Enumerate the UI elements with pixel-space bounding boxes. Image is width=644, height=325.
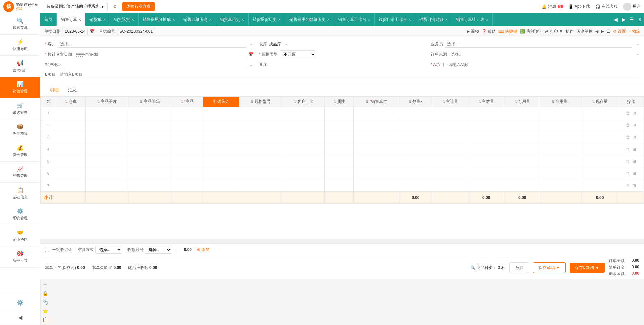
row-attr[interactable] xyxy=(325,155,354,167)
row-avail2[interactable] xyxy=(540,179,582,192)
order-source-dots[interactable]: ··· xyxy=(635,52,639,57)
discard-btn[interactable]: 放弃 xyxy=(509,262,529,273)
row-code[interactable] xyxy=(128,119,171,131)
chevron-down-icon[interactable]: ▼ xyxy=(595,266,599,270)
online-support[interactable]: 🎧 在线客服 xyxy=(595,4,618,9)
row-scan[interactable] xyxy=(203,155,239,167)
row-product[interactable] xyxy=(171,131,203,143)
tab-close-icon[interactable]: ✕ xyxy=(445,18,448,22)
prev-record-btn[interactable]: ◀ xyxy=(595,29,598,34)
right-panel-btn-1[interactable]: ☰ xyxy=(41,281,49,289)
industry-btn[interactable]: 体验行业方案 xyxy=(122,2,155,11)
copy-icon[interactable]: ⊞ xyxy=(633,111,636,115)
row-stock[interactable] xyxy=(582,167,618,179)
row-avail2[interactable] xyxy=(540,131,582,143)
tab-close-icon[interactable]: ✕ xyxy=(131,18,134,22)
right-panel-btn-3[interactable]: 📎 xyxy=(41,298,49,306)
col-product[interactable]: ⇅ *商品 xyxy=(171,97,203,107)
row-customer-code[interactable] xyxy=(282,131,325,143)
row-stock[interactable] xyxy=(582,107,618,119)
row-main-qty[interactable] xyxy=(468,119,504,131)
tab-summary[interactable]: 汇总 xyxy=(63,84,81,96)
row-main-qty[interactable] xyxy=(468,155,504,167)
tab-close-icon[interactable]: ✕ xyxy=(278,18,281,22)
row-code[interactable] xyxy=(128,179,171,192)
row-action[interactable]: 🗑 ⊞ xyxy=(618,179,644,192)
address-input[interactable] xyxy=(63,61,246,68)
history-btn[interactable]: 历史单据 xyxy=(576,29,593,34)
right-panel-btn-2[interactable]: 🔒 xyxy=(41,289,49,297)
delete-icon[interactable]: 🗑 xyxy=(626,171,630,176)
help-btn[interactable]: ❓ 帮助 xyxy=(482,29,496,34)
order-source-input[interactable] xyxy=(449,51,632,58)
right-panel-btn-5[interactable]: 📋 xyxy=(41,316,49,324)
tab-prev-btn[interactable]: ◀ xyxy=(612,13,620,26)
row-main-unit[interactable] xyxy=(432,107,468,119)
col-qty2[interactable]: ⇅ 数量2 xyxy=(399,97,432,107)
tab-close-icon[interactable]: ✕ xyxy=(209,18,212,22)
tab-close-icon[interactable]: ✕ xyxy=(327,18,330,22)
curr-info-icon[interactable]: ⓘ xyxy=(109,266,112,270)
tab-close-icon[interactable]: ✕ xyxy=(368,18,370,22)
row-avail2[interactable] xyxy=(540,119,582,131)
delete-icon[interactable]: 🗑 xyxy=(626,183,630,188)
view-toggle-btn[interactable]: ☰ xyxy=(607,29,610,34)
add-btn[interactable]: ⊕ 添加 xyxy=(197,247,210,253)
date-value[interactable]: 2023-03-24 xyxy=(63,28,88,35)
row-warehouse[interactable] xyxy=(56,131,85,143)
row-warehouse[interactable] xyxy=(56,119,85,131)
col-code[interactable]: ⇅ 商品编码 xyxy=(128,97,171,107)
delete-icon[interactable]: 🗑 xyxy=(626,123,630,127)
row-code[interactable] xyxy=(128,107,171,119)
calendar-icon[interactable]: 📅 xyxy=(90,29,95,34)
row-warehouse[interactable] xyxy=(56,179,85,192)
row-product[interactable] xyxy=(171,119,203,131)
tab-order-workbench[interactable]: 销售订单工作台 ✕ xyxy=(334,13,375,26)
row-scan[interactable] xyxy=(203,167,239,179)
tab-next-btn[interactable]: ▶ xyxy=(620,13,628,26)
notice-item[interactable]: 🔔 消息 9 xyxy=(542,4,563,9)
chevron-down-icon[interactable]: ▼ xyxy=(556,265,560,270)
row-avail[interactable] xyxy=(504,155,540,167)
row-main-unit[interactable] xyxy=(432,119,468,131)
copy-icon[interactable]: ⊞ xyxy=(633,123,636,127)
row-scan[interactable] xyxy=(203,131,239,143)
sidebar-item-guide[interactable]: 🎯 新手引导 xyxy=(0,246,40,268)
settings-icon[interactable]: ⚙ xyxy=(110,2,120,11)
row-scan[interactable] xyxy=(203,119,239,131)
col-avail2[interactable]: ⇅ 可用量... xyxy=(540,97,582,107)
tab-close-icon[interactable]: ✕ xyxy=(103,18,106,22)
row-main-unit[interactable] xyxy=(432,143,468,155)
tab-close-all-btn[interactable]: ✕ xyxy=(636,13,644,26)
save-new-btn[interactable]: 保存&新增 ▼ xyxy=(570,263,605,273)
add-logistics-btn[interactable]: + 物流 xyxy=(629,29,640,34)
sidebar-item-purchase[interactable]: 🛒 采购管理 xyxy=(0,98,40,119)
customer-input[interactable] xyxy=(58,41,246,48)
salesperson-input[interactable] xyxy=(445,41,632,48)
col-main-unit[interactable]: ⇅ 主计量 xyxy=(432,97,468,107)
tab-daily-workbench[interactable]: 钱货日清工作台 ✕ xyxy=(375,13,415,26)
row-qty2[interactable] xyxy=(399,179,432,192)
row-avail[interactable] xyxy=(504,167,540,179)
row-spec[interactable] xyxy=(239,179,282,192)
row-product[interactable] xyxy=(171,167,203,179)
next-record-btn[interactable]: ▶ xyxy=(601,29,604,34)
delete-icon[interactable]: 🗑 xyxy=(626,147,630,152)
tab-close-icon[interactable]: ✕ xyxy=(408,18,411,22)
tab-close-icon[interactable]: ✕ xyxy=(78,18,81,22)
row-code[interactable] xyxy=(128,143,171,155)
row-qty2[interactable] xyxy=(399,131,432,143)
col-setting[interactable]: ⚙ xyxy=(41,97,56,107)
delete-icon[interactable]: 🗑 xyxy=(626,111,630,115)
delivery-date-input[interactable] xyxy=(74,51,247,58)
row-code[interactable] xyxy=(128,155,171,167)
row-spec[interactable] xyxy=(239,143,282,155)
row-unit[interactable] xyxy=(354,131,399,143)
row-unit[interactable] xyxy=(354,107,399,119)
col-customer-code[interactable]: ⇅ 客户... ⓘ xyxy=(282,97,325,107)
sidebar-item-search[interactable]: 🔍 搜索菜单 xyxy=(0,13,40,35)
delete-icon[interactable]: 🗑 xyxy=(626,159,630,164)
system-selector[interactable]: 装备及固定资产辅助管理系统 ▼ xyxy=(44,2,108,11)
payment-select[interactable]: 选择... xyxy=(95,246,122,254)
row-attr[interactable] xyxy=(325,143,354,155)
